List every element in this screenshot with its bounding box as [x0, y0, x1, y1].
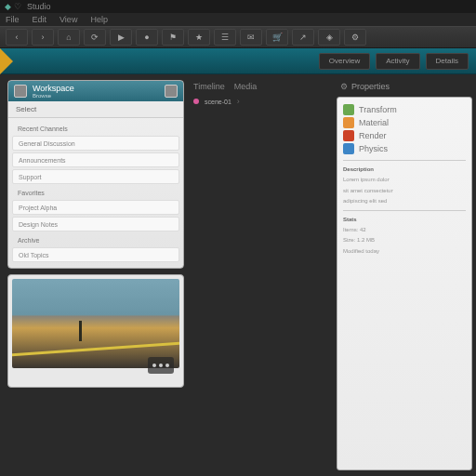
mail-button[interactable]: ✉ — [240, 29, 262, 46]
profile-title: Workspace — [33, 84, 74, 93]
info-line: sit amet consectetur — [343, 187, 466, 194]
left-column: Workspace Browse Select Recent Channels … — [0, 74, 184, 476]
menu-view[interactable]: View — [60, 15, 77, 24]
right-title: Properties — [351, 82, 390, 91]
gear-icon[interactable]: ⚙ — [340, 82, 348, 91]
meta-line: Size: 1.2 MB — [343, 236, 466, 244]
tag-label[interactable]: scene-01 — [205, 99, 231, 105]
list-item[interactable]: Old Topics — [12, 247, 179, 262]
record-button[interactable]: ● — [136, 29, 158, 46]
card-body: Recent Channels General Discussion Annou… — [8, 118, 183, 268]
list-item[interactable]: General Discussion — [12, 136, 179, 151]
workspace: Workspace Browse Select Recent Channels … — [0, 74, 476, 476]
profile-header: Workspace Browse — [8, 81, 183, 101]
preview-image[interactable] — [12, 279, 179, 368]
sys-tray: ◆ ♡ — [4, 3, 21, 10]
ribbon-tab-details[interactable]: Details — [426, 53, 469, 70]
flag-button[interactable]: ⚑ — [162, 29, 184, 46]
list-item[interactable]: Support — [12, 169, 179, 184]
center-column: Timeline Media scene-01 › — [184, 74, 337, 476]
home-button[interactable]: ⌂ — [58, 29, 80, 46]
star-button[interactable]: ★ — [188, 29, 210, 46]
avatar-secondary[interactable] — [165, 85, 178, 98]
property-label: Render — [359, 131, 387, 140]
info-label: Description — [343, 165, 466, 173]
meta-line: Modified today — [343, 247, 466, 255]
property-label: Material — [359, 118, 389, 127]
chevron-right-icon: › — [237, 97, 240, 106]
property-icon — [343, 104, 354, 115]
right-column: ⚙ Properties TransformMaterialRenderPhys… — [337, 74, 476, 476]
tag-dot-icon — [193, 99, 199, 104]
dot-icon — [159, 364, 163, 367]
property-item[interactable]: Physics — [343, 142, 466, 155]
ribbon-tab-overview[interactable]: Overview — [319, 53, 370, 70]
divider — [343, 160, 466, 161]
profile-sub: Browse — [33, 93, 74, 99]
tag-button[interactable]: ◈ — [318, 29, 340, 46]
property-icon — [343, 143, 354, 154]
card-sub: Select — [8, 101, 183, 118]
avatar[interactable] — [14, 85, 27, 98]
refresh-button[interactable]: ⟳ — [84, 29, 106, 46]
section-label-3: Archive — [12, 233, 179, 245]
list-item[interactable]: Project Alpha — [12, 200, 179, 215]
meta-line: Items: 42 — [343, 226, 466, 233]
property-item[interactable]: Material — [343, 116, 466, 129]
app-title: Studio — [27, 2, 51, 11]
property-item[interactable]: Render — [343, 129, 466, 142]
info-line: Lorem ipsum dolor — [343, 176, 466, 183]
divider — [343, 210, 466, 211]
property-label: Physics — [359, 144, 388, 153]
titlebar: ◆ ♡ Studio — [0, 0, 476, 13]
right-panel: TransformMaterialRenderPhysics Descripti… — [337, 97, 472, 470]
back-button[interactable]: ‹ — [6, 29, 28, 46]
section-label-1: Recent Channels — [12, 122, 179, 134]
menu-edit[interactable]: Edit — [33, 15, 47, 24]
heart-icon: ♡ — [14, 3, 21, 10]
center-tabs: Timeline Media — [188, 80, 333, 93]
preview-card — [7, 274, 184, 388]
center-tab-media[interactable]: Media — [234, 82, 258, 91]
center-tab-timeline[interactable]: Timeline — [193, 82, 225, 91]
ribbon: Overview Activity Details — [0, 48, 476, 74]
list-item[interactable]: Announcements — [12, 152, 179, 167]
list-item[interactable]: Design Notes — [12, 217, 179, 231]
forward-button[interactable]: › — [32, 29, 54, 46]
menubar: File Edit View Help — [0, 13, 476, 26]
settings-button[interactable]: ⚙ — [344, 29, 366, 46]
cart-button[interactable]: 🛒 — [266, 29, 288, 46]
app-icon: ◆ — [4, 3, 11, 10]
right-header: ⚙ Properties — [337, 80, 472, 93]
layers-button[interactable]: ☰ — [214, 29, 236, 46]
property-icon — [343, 130, 354, 141]
property-label: Transform — [359, 105, 397, 114]
menu-help[interactable]: Help — [90, 15, 108, 24]
info-line: adipiscing elit sed — [343, 197, 466, 205]
toolbar: ‹›⌂⟳▶●⚑★☰✉🛒↗◈⚙ — [0, 26, 476, 48]
meta-label: Stats — [343, 216, 466, 223]
ribbon-tab-activity[interactable]: Activity — [376, 53, 419, 70]
share-button[interactable]: ↗ — [292, 29, 314, 46]
play-button[interactable]: ▶ — [110, 29, 132, 46]
property-icon — [343, 117, 354, 128]
section-label-2: Favorites — [12, 186, 179, 198]
menu-file[interactable]: File — [6, 15, 20, 24]
profile-card: Workspace Browse Select Recent Channels … — [7, 80, 184, 269]
dot-icon — [152, 364, 156, 367]
tag-row: scene-01 › — [188, 93, 333, 110]
property-item[interactable]: Transform — [343, 103, 466, 116]
preview-controls[interactable] — [148, 357, 174, 374]
dot-icon — [165, 364, 169, 367]
